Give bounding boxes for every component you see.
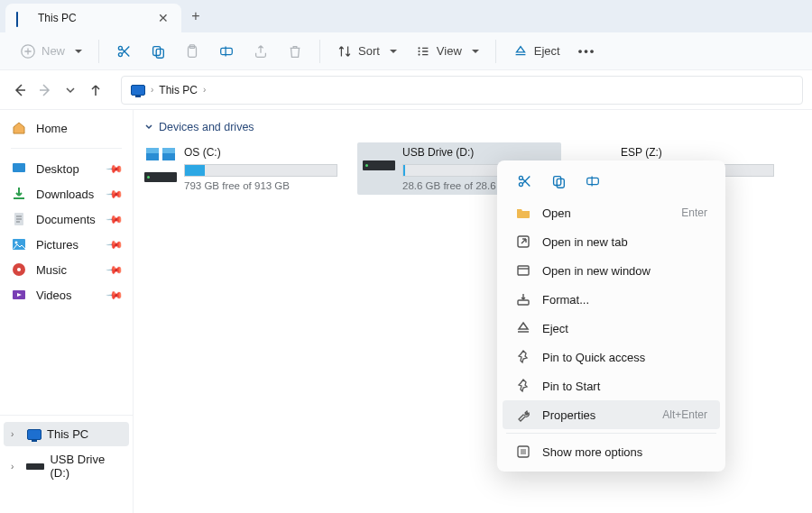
section-devices[interactable]: Devices and drives xyxy=(139,117,807,137)
folder-icon xyxy=(515,205,531,221)
up-button[interactable] xyxy=(85,79,106,101)
sidebar-home[interactable]: Home xyxy=(0,115,133,141)
sidebar-item-music[interactable]: Music 📌 xyxy=(0,257,133,282)
ctx-open[interactable]: Open Enter xyxy=(503,198,720,227)
ctx-eject[interactable]: Eject xyxy=(503,314,720,343)
view-icon xyxy=(415,43,431,60)
copy-icon xyxy=(550,173,567,189)
delete-button[interactable] xyxy=(280,40,310,63)
new-tab-icon xyxy=(515,234,531,250)
back-button[interactable] xyxy=(9,79,31,101)
rename-icon xyxy=(218,43,235,60)
new-window-icon xyxy=(515,262,531,279)
view-button[interactable]: View xyxy=(408,40,486,63)
svg-point-10 xyxy=(418,53,420,55)
chevron-right-icon: › xyxy=(11,462,21,472)
svg-rect-21 xyxy=(162,148,175,153)
recent-button[interactable] xyxy=(60,79,81,101)
context-menu: Open Enter Open in new tab Open in new w… xyxy=(497,160,725,472)
sidebar-tree: › This PC › USB Drive (D:) xyxy=(0,415,133,508)
desktop-icon xyxy=(11,160,27,177)
ctx-show-more[interactable]: Show more options xyxy=(503,437,720,466)
eject-button[interactable]: Eject xyxy=(505,40,567,63)
tab-this-pc[interactable]: This PC ✕ xyxy=(5,4,181,32)
drive-os-c[interactable]: OS (C:) 793 GB free of 913 GB xyxy=(139,142,343,195)
tree-this-pc[interactable]: › This PC xyxy=(4,422,129,446)
music-icon xyxy=(11,261,27,278)
ctx-copy-button[interactable] xyxy=(544,169,573,193)
arrow-left-icon xyxy=(13,83,27,97)
sidebar-item-pictures[interactable]: Pictures 📌 xyxy=(0,232,133,257)
chevron-down-icon xyxy=(65,85,76,96)
drive-icon xyxy=(26,463,44,470)
pin-icon: 📌 xyxy=(106,160,125,179)
paste-button[interactable] xyxy=(177,40,208,63)
monitor-icon xyxy=(131,85,145,96)
pin-icon xyxy=(515,378,531,394)
cut-button[interactable] xyxy=(108,40,139,63)
pin-icon: 📌 xyxy=(106,235,125,254)
trash-icon xyxy=(287,43,303,60)
pin-icon xyxy=(515,349,531,365)
pin-icon: 📌 xyxy=(106,210,125,229)
svg-rect-7 xyxy=(221,48,233,54)
rename-button[interactable] xyxy=(211,40,242,63)
drive-label: USB Drive (D:) xyxy=(402,146,556,159)
ctx-format[interactable]: Format... xyxy=(503,285,720,314)
wrench-icon xyxy=(515,407,531,423)
drive-label: ESP (Z:) xyxy=(621,146,774,159)
close-icon[interactable]: ✕ xyxy=(156,9,171,27)
pin-icon: 📌 xyxy=(106,286,125,305)
eject-icon xyxy=(512,43,529,60)
plus-circle-icon xyxy=(20,43,36,60)
tree-usb-drive[interactable]: › USB Drive (D:) xyxy=(4,447,129,485)
forward-button[interactable] xyxy=(34,79,56,101)
sort-icon xyxy=(337,43,353,60)
scissors-icon xyxy=(516,173,532,189)
drive-label: OS (C:) xyxy=(184,146,337,159)
drive-free-text: 793 GB free of 913 GB xyxy=(184,180,337,191)
sidebar: Home Desktop 📌 Downloads 📌 Documents 📌 P… xyxy=(0,110,134,513)
new-button[interactable]: New xyxy=(13,40,89,63)
video-icon xyxy=(11,287,27,303)
pin-icon: 📌 xyxy=(106,261,125,279)
drive-icon xyxy=(144,148,177,191)
toolbar: New Sort View Eject ••• xyxy=(0,32,812,70)
address-bar[interactable]: › This PC › xyxy=(121,76,803,105)
sidebar-item-desktop[interactable]: Desktop 📌 xyxy=(0,156,133,181)
svg-point-9 xyxy=(418,50,420,51)
new-tab-button[interactable]: + xyxy=(181,8,210,24)
ctx-open-new-window[interactable]: Open in new window xyxy=(503,256,720,285)
svg-rect-29 xyxy=(518,300,529,305)
tab-title: This PC xyxy=(38,12,149,24)
ctx-pin-quick-access[interactable]: Pin to Quick access xyxy=(503,343,720,371)
ctx-pin-start[interactable]: Pin to Start xyxy=(503,371,720,400)
ctx-properties[interactable]: Properties Alt+Enter xyxy=(503,400,720,429)
sidebar-item-videos[interactable]: Videos 📌 xyxy=(0,282,133,307)
download-icon xyxy=(11,186,27,202)
sidebar-item-documents[interactable]: Documents 📌 xyxy=(0,206,133,232)
monitor-icon xyxy=(16,13,31,23)
svg-rect-26 xyxy=(587,178,599,184)
clipboard-icon xyxy=(184,43,200,60)
chevron-down-icon xyxy=(144,123,153,132)
titlebar: This PC ✕ + xyxy=(0,0,812,32)
sidebar-item-downloads[interactable]: Downloads 📌 xyxy=(0,181,133,206)
arrow-right-icon xyxy=(38,83,52,97)
rename-icon xyxy=(585,173,601,189)
picture-icon xyxy=(11,236,27,252)
eject-icon xyxy=(515,320,531,336)
ctx-open-new-tab[interactable]: Open in new tab xyxy=(503,227,720,256)
chevron-right-icon: › xyxy=(11,429,22,439)
pin-icon: 📌 xyxy=(106,185,125,204)
svg-rect-20 xyxy=(146,148,159,153)
breadcrumb-loc[interactable]: This PC xyxy=(159,84,198,96)
ctx-rename-button[interactable] xyxy=(578,169,607,193)
copy-button[interactable] xyxy=(143,40,173,63)
share-button[interactable] xyxy=(245,40,276,63)
ctx-cut-button[interactable] xyxy=(510,169,539,193)
more-button[interactable]: ••• xyxy=(571,41,604,61)
svg-rect-28 xyxy=(518,266,529,275)
format-icon xyxy=(515,291,531,307)
sort-button[interactable]: Sort xyxy=(329,40,404,63)
